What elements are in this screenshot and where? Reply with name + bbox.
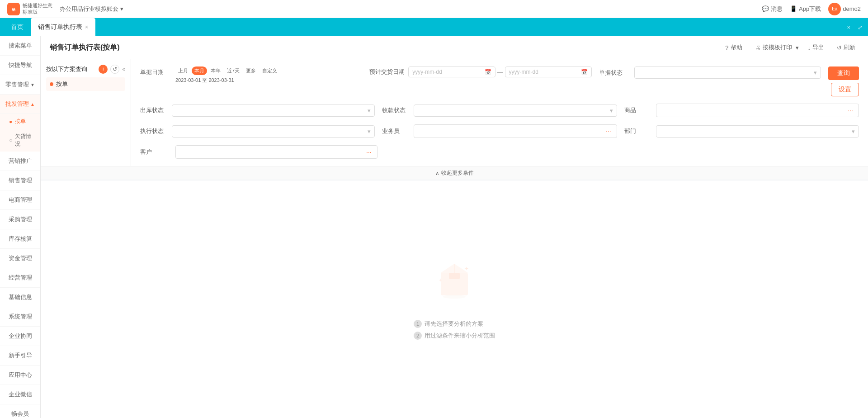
filter-expected-date-group: 预计交货日期 yyyy-mm-dd 📅 — yyyy-mm-dd xyxy=(369,66,591,77)
window-expand-btn[interactable]: ⤢ xyxy=(856,22,864,33)
tab-sales-order[interactable]: 销售订单执行表 × xyxy=(31,18,95,36)
out-status-select[interactable]: ▾ xyxy=(172,104,375,117)
sidebar-item-search-menu[interactable]: 搜索菜单 xyxy=(0,36,40,56)
sidebar-item-purchase-mgmt[interactable]: 采购管理 xyxy=(0,210,40,229)
scheme-dot-active xyxy=(50,82,53,86)
sidebar-item-new-user[interactable]: 新手引导 xyxy=(0,346,40,366)
sidebar-item-retail-mgmt[interactable]: 零售管理 ▼ xyxy=(0,75,40,95)
tab-sales-order-label: 销售订单执行表 xyxy=(38,23,82,31)
chevron-down-icon: ▼ xyxy=(30,82,35,87)
refresh-scheme-btn[interactable]: ↺ xyxy=(110,65,119,74)
main-content: 销售订单执行表(按单) ? 帮助 🖨 按模板打印 ▾ ↓ 导出 xyxy=(41,36,868,418)
sidebar-item-member[interactable]: 畅会员 xyxy=(0,404,40,418)
nav-tabs-right: × ⤢ xyxy=(845,22,864,33)
expected-date-inputs: yyyy-mm-dd 📅 — yyyy-mm-dd 📅 xyxy=(408,66,591,77)
dropdown-icon: ▾ xyxy=(120,5,123,12)
filter-product: 商品 ··· xyxy=(624,104,859,117)
search-btn[interactable]: 查询 xyxy=(828,66,859,80)
filter-scheme-header: 按以下方案查询 + ↺ « xyxy=(46,65,125,74)
sidebar-sub-item-debt[interactable]: ○ 欠货情况 xyxy=(0,129,40,152)
filter-dept: 部门 ▾ xyxy=(624,124,859,138)
date-btn-custom[interactable]: 自定义 xyxy=(259,66,280,75)
top-bar-right: 💬 消息 📱 App下载 Ea demo2 xyxy=(762,3,861,15)
app-download-btn[interactable]: 📱 App下载 xyxy=(790,5,821,13)
salesperson-dots-btn[interactable]: ··· xyxy=(604,127,613,136)
print-icon: 🖨 xyxy=(755,44,761,51)
chevron-down-icon-dept: ▾ xyxy=(852,128,855,135)
refresh-btn[interactable]: ↺ 刷新 xyxy=(833,42,859,53)
sub-item-dot: ○ xyxy=(9,137,12,143)
settings-btn[interactable]: 设置 xyxy=(831,83,859,96)
sidebar-item-enterprise-collab[interactable]: 企业协同 xyxy=(0,327,40,346)
add-scheme-btn[interactable]: + xyxy=(99,65,108,74)
sidebar-item-wholesale-mgmt[interactable]: 批发管理 ▲ xyxy=(0,95,40,114)
expected-date-to[interactable]: yyyy-mm-dd 📅 xyxy=(505,66,592,77)
filter-doc-status-group: 单据状态 ▾ xyxy=(599,66,821,79)
tab-close-btn[interactable]: × xyxy=(85,24,88,30)
sidebar-item-app-center[interactable]: 应用中心 xyxy=(0,366,40,385)
filter-panel: 按以下方案查询 + ↺ « 按单 xyxy=(41,59,868,180)
date-btn-this-month[interactable]: 本月 xyxy=(192,66,207,75)
chevron-up-icon: ▲ xyxy=(30,102,35,107)
tip-num-2: 2 xyxy=(414,332,422,340)
scheme-item-order[interactable]: 按单 xyxy=(46,77,125,91)
calendar-icon: 📅 xyxy=(485,69,491,75)
filter-scheme-actions: + ↺ « xyxy=(99,65,125,74)
customer-dots-btn[interactable]: ··· xyxy=(364,147,373,157)
filter-row-2: 出库状态 ▾ 收款状态 ▾ xyxy=(140,104,859,117)
date-btn-last-month[interactable]: 上月 xyxy=(175,66,191,75)
user-area[interactable]: Ea demo2 xyxy=(828,3,861,15)
tab-home-label: 首页 xyxy=(11,23,24,31)
window-close-btn[interactable]: × xyxy=(845,22,852,33)
svg-text:畅: 畅 xyxy=(12,8,15,12)
filter-fields: 单据日期 上月 本月 本年 近7天 更多 自定义 20 xyxy=(131,59,868,166)
collapse-more-btn[interactable]: ∧ 收起更多条件 xyxy=(41,166,868,180)
page-title: 销售订单执行表(按单) xyxy=(50,43,120,52)
print-btn[interactable]: 🖨 按模板打印 xyxy=(751,42,796,53)
collect-status-select[interactable]: ▾ xyxy=(414,104,617,117)
filter-collect-status: 收款状态 ▾ xyxy=(382,104,617,117)
export-icon: ↓ xyxy=(808,44,811,51)
sidebar-item-finance-mgmt[interactable]: 资金管理 xyxy=(0,249,40,268)
product-label: 商品 xyxy=(624,106,656,114)
sidebar-item-inventory[interactable]: 库存核算 xyxy=(0,229,40,249)
exec-status-select[interactable]: ▾ xyxy=(172,125,375,138)
product-dots-btn[interactable]: ··· xyxy=(846,106,855,115)
salesperson-input[interactable]: ··· xyxy=(414,124,617,138)
product-input[interactable]: ··· xyxy=(656,104,859,117)
filter-row-3: 执行状态 ▾ 业务员 ··· xyxy=(140,124,859,138)
sidebar-item-quick-nav[interactable]: 快捷导航 xyxy=(0,56,40,75)
doc-status-select[interactable]: ▾ xyxy=(634,66,821,79)
tab-home[interactable]: 首页 xyxy=(4,18,31,36)
collapse-scheme-btn[interactable]: « xyxy=(122,66,125,72)
chevron-down-icon-exec: ▾ xyxy=(368,128,371,135)
date-btn-7days[interactable]: 近7天 xyxy=(224,66,242,75)
customer-input[interactable]: ··· xyxy=(175,145,377,159)
export-btn[interactable]: ↓ 导出 xyxy=(804,42,828,53)
sidebar-item-ecom-mgmt[interactable]: 电商管理 xyxy=(0,190,40,210)
sidebar-item-biz-mgmt[interactable]: 经营管理 xyxy=(0,268,40,288)
out-status-label: 出库状态 xyxy=(140,106,172,114)
sidebar-item-marketing[interactable]: 营销推广 xyxy=(0,152,40,171)
date-btn-more[interactable]: 更多 xyxy=(243,66,259,75)
help-icon: ? xyxy=(725,44,728,51)
sidebar-item-sales-mgmt[interactable]: 销售管理 xyxy=(0,171,40,190)
message-btn[interactable]: 💬 消息 xyxy=(762,5,783,13)
filter-salesperson: 业务员 ··· xyxy=(382,124,617,138)
filter-scheme-panel: 按以下方案查询 + ↺ « 按单 xyxy=(41,59,131,166)
page-header: 销售订单执行表(按单) ? 帮助 🖨 按模板打印 ▾ ↓ 导出 xyxy=(41,36,868,59)
date-btn-this-year[interactable]: 本年 xyxy=(208,66,223,75)
sidebar-sub-item-order[interactable]: ● 按单 xyxy=(0,114,40,129)
dept-select[interactable]: ▾ xyxy=(656,125,859,138)
sidebar-item-enterprise-wechat[interactable]: 企业微信 xyxy=(0,385,40,404)
page-selector[interactable]: 办公用品行业模拟账套 ▾ xyxy=(56,4,127,14)
expected-date-from[interactable]: yyyy-mm-dd 📅 xyxy=(408,66,495,77)
chevron-down-icon: ▾ xyxy=(814,69,817,76)
print-dropdown-icon[interactable]: ▾ xyxy=(796,44,799,51)
sidebar-item-sys-mgmt[interactable]: 系统管理 xyxy=(0,307,40,327)
download-icon: 📱 xyxy=(790,5,797,12)
app-logo-icon: 畅 xyxy=(7,3,20,15)
help-btn[interactable]: ? 帮助 xyxy=(722,42,745,53)
sidebar-item-basic-info[interactable]: 基础信息 xyxy=(0,288,40,307)
salesperson-label: 业务员 xyxy=(382,127,414,135)
